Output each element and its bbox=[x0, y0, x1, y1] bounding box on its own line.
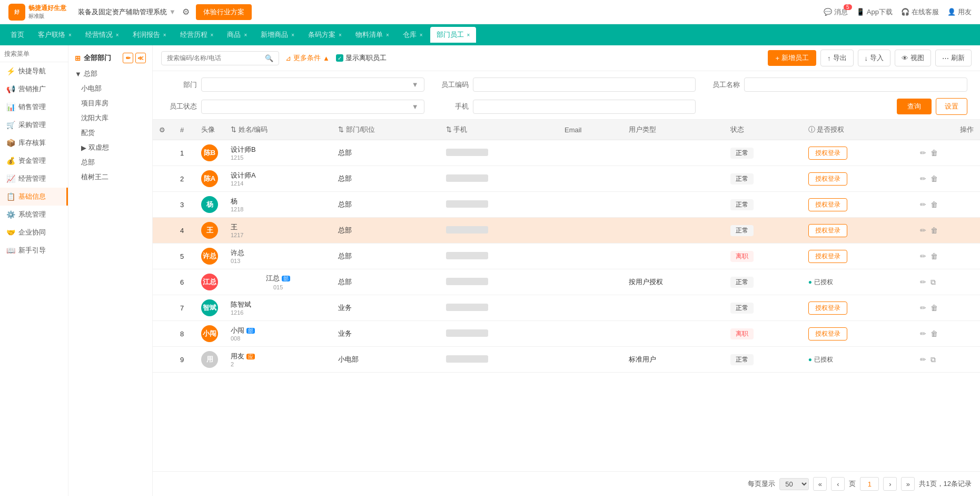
view-button[interactable]: 👁 视图 bbox=[895, 50, 931, 66]
emp-code-input[interactable] bbox=[473, 77, 696, 92]
user-avatar-button[interactable]: 👤 用友 bbox=[947, 7, 972, 17]
close-icon[interactable]: × bbox=[244, 32, 247, 38]
auth-button[interactable]: 授权登录 bbox=[808, 327, 847, 341]
edit-button[interactable]: ✏ bbox=[920, 278, 926, 286]
col-phone[interactable]: ⇅ 手机 bbox=[440, 120, 558, 140]
sidebar-item-marketing[interactable]: 📢 营销推广 bbox=[0, 80, 68, 98]
app-download-button[interactable]: 📱 App下载 bbox=[856, 7, 893, 17]
auth-button[interactable]: 授权登录 bbox=[808, 147, 847, 160]
export-button[interactable]: ↑ 导出 bbox=[820, 50, 854, 66]
set-button[interactable]: 设置 bbox=[936, 98, 967, 115]
sidebar-item-guide[interactable]: 📖 新手引导 bbox=[0, 241, 68, 259]
show-resigned-toggle[interactable]: ✓ 显示离职员工 bbox=[336, 53, 387, 63]
close-icon[interactable]: × bbox=[467, 32, 470, 38]
sidebar-item-shortcut[interactable]: ⚡ 快捷导航 bbox=[0, 62, 68, 80]
sidebar-search-input[interactable] bbox=[4, 50, 68, 57]
search-input[interactable] bbox=[167, 54, 262, 62]
dept-select[interactable]: ▼ bbox=[201, 77, 424, 92]
sidebar-item-system[interactable]: ⚙️ 系统管理 bbox=[0, 206, 68, 223]
phone-input[interactable] bbox=[473, 100, 696, 114]
settings-button[interactable]: ⚙ bbox=[182, 7, 190, 17]
message-button[interactable]: 💬 消息 5 bbox=[824, 7, 848, 17]
close-icon[interactable]: × bbox=[116, 32, 119, 38]
edit-button[interactable]: ✏ bbox=[920, 304, 926, 312]
tree-node-root[interactable]: ▼ 总部 bbox=[68, 66, 152, 81]
tab-customer[interactable]: 客户联络× bbox=[32, 27, 78, 43]
last-page-button[interactable]: » bbox=[901, 477, 915, 491]
sidebar-item-management[interactable]: 📈 经营管理 bbox=[0, 170, 68, 188]
tab-business[interactable]: 经营历程× bbox=[174, 27, 220, 43]
refresh-button[interactable]: ⋯ 刷新 bbox=[935, 50, 972, 66]
sidebar-item-finance[interactable]: 💰 资金管理 bbox=[0, 152, 68, 170]
sidebar-item-collab[interactable]: 🤝 企业协同 bbox=[0, 223, 68, 241]
more-icon: ⋯ bbox=[942, 54, 949, 62]
sidebar-item-sales[interactable]: 📊 销售管理 bbox=[0, 98, 68, 116]
delete-button[interactable]: 🗑 bbox=[930, 226, 938, 235]
delete-button[interactable]: 🗑 bbox=[930, 174, 938, 183]
tree-node-double[interactable]: ▶ 双虚想 bbox=[68, 140, 152, 155]
tree-collapse-icon[interactable]: ≪ bbox=[135, 53, 146, 63]
tab-profit[interactable]: 利润报告× bbox=[126, 27, 173, 43]
close-icon[interactable]: × bbox=[291, 32, 294, 38]
tab-new-goods[interactable]: 新增商品× bbox=[254, 27, 301, 43]
page-size-select[interactable]: 50 100 bbox=[779, 478, 809, 490]
emp-name-input[interactable] bbox=[744, 77, 967, 92]
auth-button[interactable]: 授权登录 bbox=[808, 198, 847, 211]
edit-button[interactable]: ✏ bbox=[920, 252, 926, 260]
close-icon[interactable]: × bbox=[339, 32, 342, 38]
online-service-button[interactable]: 🎧 在线客服 bbox=[901, 7, 939, 17]
add-employee-button[interactable]: + 新增员工 bbox=[768, 50, 816, 66]
tree-node-delivery[interactable]: 配货 bbox=[68, 125, 152, 140]
prev-page-button[interactable]: ‹ bbox=[831, 477, 845, 491]
tab-home[interactable]: 首页 bbox=[4, 27, 31, 43]
tab-goods[interactable]: 商品× bbox=[221, 27, 253, 43]
edit-button[interactable]: ✏ bbox=[920, 200, 926, 209]
emp-status-select[interactable]: ▼ bbox=[201, 100, 424, 114]
copy-button[interactable]: ⧉ bbox=[930, 355, 936, 364]
more-filters-button[interactable]: ⊿ 更多条件 ▲ bbox=[285, 53, 330, 63]
next-page-button[interactable]: › bbox=[883, 477, 897, 491]
col-settings[interactable]: ⚙ bbox=[153, 120, 174, 140]
edit-button[interactable]: ✏ bbox=[920, 174, 926, 183]
delete-button[interactable]: 🗑 bbox=[930, 304, 938, 312]
col-dept[interactable]: ⇅ 部门/职位 bbox=[332, 120, 439, 140]
tree-node-zhishu[interactable]: 植树王二 bbox=[68, 170, 152, 184]
dropdown-arrow-icon[interactable]: ▼ bbox=[169, 8, 176, 16]
copy-button[interactable]: ⧉ bbox=[930, 278, 936, 287]
tree-node-project[interactable]: 项目库房 bbox=[68, 96, 152, 111]
auth-button[interactable]: 授权登录 bbox=[808, 224, 847, 237]
close-icon[interactable]: × bbox=[386, 32, 389, 38]
tree-node-hq[interactable]: 总部 bbox=[68, 155, 152, 170]
delete-button[interactable]: 🗑 bbox=[930, 252, 938, 260]
trial-button[interactable]: 体验行业方案 bbox=[196, 4, 252, 20]
edit-button[interactable]: ✏ bbox=[920, 355, 926, 364]
first-page-button[interactable]: « bbox=[813, 477, 827, 491]
edit-button[interactable]: ✏ bbox=[920, 226, 926, 235]
delete-button[interactable]: 🗑 bbox=[930, 149, 938, 157]
auth-button[interactable]: 授权登录 bbox=[808, 250, 847, 263]
close-icon[interactable]: × bbox=[211, 32, 214, 38]
search-button[interactable]: 查询 bbox=[897, 99, 932, 114]
tree-node-shenyang[interactable]: 沈阳大库 bbox=[68, 111, 152, 125]
delete-button[interactable]: 🗑 bbox=[930, 200, 938, 209]
sidebar-item-inventory[interactable]: 📦 库存核算 bbox=[0, 134, 68, 152]
auth-button[interactable]: 授权登录 bbox=[808, 302, 847, 315]
tab-bom[interactable]: 物料清单× bbox=[349, 27, 395, 43]
tree-edit-icon[interactable]: ✏ bbox=[123, 53, 133, 63]
tab-barcode[interactable]: 条码方案× bbox=[302, 27, 348, 43]
tab-employee[interactable]: 部门员工× bbox=[430, 27, 477, 43]
edit-button[interactable]: ✏ bbox=[920, 149, 926, 157]
tab-operation[interactable]: 经营情况× bbox=[79, 27, 125, 43]
sidebar-item-basic[interactable]: 📋 基础信息 bbox=[0, 188, 68, 206]
auth-button[interactable]: 授权登录 bbox=[808, 172, 847, 186]
import-button[interactable]: ↓ 导入 bbox=[858, 50, 891, 66]
tree-node-xiaodibu[interactable]: 小电部 bbox=[68, 81, 152, 96]
tab-warehouse[interactable]: 仓库× bbox=[397, 27, 429, 43]
close-icon[interactable]: × bbox=[163, 32, 166, 38]
close-icon[interactable]: × bbox=[420, 32, 423, 38]
col-name[interactable]: ⇅ 姓名/编码 bbox=[224, 120, 332, 140]
sidebar-item-purchase[interactable]: 🛒 采购管理 bbox=[0, 116, 68, 134]
delete-button[interactable]: 🗑 bbox=[930, 329, 938, 338]
close-icon[interactable]: × bbox=[68, 32, 72, 38]
edit-button[interactable]: ✏ bbox=[920, 329, 926, 338]
